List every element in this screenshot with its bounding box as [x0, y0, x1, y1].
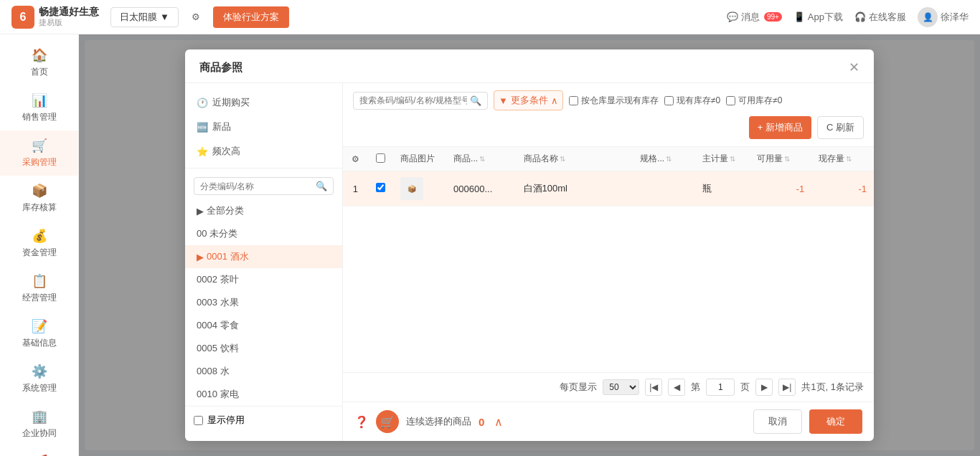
category-0003[interactable]: 0003 水果 [185, 291, 342, 314]
sidebar-item-enterprise[interactable]: 🏢 企业协同 [0, 402, 78, 447]
sidebar-item-guide[interactable]: 🚀 新手引导 [0, 447, 78, 456]
filter-label: 更多条件 [511, 94, 548, 107]
recent-purchase-item[interactable]: 🕐 近期购买 [185, 90, 342, 115]
sort-icon: ⇅ [479, 155, 485, 163]
category-0001[interactable]: ▶ 0001 酒水 [185, 245, 342, 268]
collapse-icon[interactable]: ∧ [494, 415, 503, 429]
search-icon: 🔍 [470, 95, 481, 106]
add-product-button[interactable]: + 新增商品 [749, 116, 811, 139]
first-page-button[interactable]: |◀ [645, 379, 662, 396]
table-row[interactable]: 1 📦 000600... 白酒100ml 瓶 [343, 171, 874, 206]
th-settings[interactable]: ⚙ [343, 147, 368, 171]
show-disabled-checkbox[interactable] [194, 416, 203, 425]
th-unit[interactable]: 主计量⇅ [695, 147, 750, 171]
category-00[interactable]: 00 未分类 [185, 222, 342, 245]
online-service-label: 在线客服 [869, 11, 906, 24]
cart-icon[interactable]: 🛒 [376, 410, 399, 433]
sidebar-item-finance[interactable]: 💰 资金管理 [0, 221, 78, 266]
recent-purchase-label: 近期购买 [212, 96, 250, 109]
operations-icon: 📋 [32, 273, 47, 289]
category-search-box[interactable]: 🔍 [194, 177, 334, 195]
per-page-select[interactable]: 10 20 50 100 [603, 379, 639, 395]
enterprise-icon: 🏢 [32, 409, 47, 424]
prev-page-button[interactable]: ◀ [668, 379, 685, 396]
th-code-label: 商品... [453, 153, 478, 165]
nav-selector[interactable]: 日太阳膜 ▼ [110, 7, 179, 27]
td-code: 000600... [446, 171, 517, 206]
product-search-input[interactable] [359, 95, 467, 105]
purchase-icon: 🛒 [32, 138, 47, 153]
product-search-box[interactable]: 🔍 [353, 92, 488, 110]
sort-icon: ⇅ [666, 155, 672, 163]
check-available-input[interactable] [664, 96, 674, 105]
new-product-item[interactable]: 🆕 新品 [185, 115, 342, 139]
category-0005[interactable]: 0005 饮料 [185, 337, 342, 360]
check-available-label[interactable]: 现有库存≠0 [664, 95, 720, 107]
th-available[interactable]: 可用量⇅ [750, 147, 812, 171]
check-usable-text: 可用库存≠0 [738, 95, 782, 107]
continuous-select-label: 连续选择的商品 [406, 415, 471, 428]
app-download-item[interactable]: 📱 App下载 [793, 11, 843, 24]
modal-close-button[interactable]: ✕ [849, 60, 859, 75]
chevron-down-icon: ▼ [160, 11, 169, 22]
sidebar-item-label: 基础信息 [22, 337, 57, 349]
sidebar-item-inventory[interactable]: 📦 库存核算 [0, 176, 78, 221]
sidebar-item-basicinfo[interactable]: 📝 基础信息 [0, 311, 78, 356]
divider [185, 168, 342, 168]
footer-buttons: 取消 确定 [753, 409, 862, 434]
modal-overlay: 商品参照 ✕ 🕐 近期购买 🆕 新品 [79, 34, 980, 456]
th-name[interactable]: 商品名称⇅ [517, 147, 633, 171]
frequent-item[interactable]: ⭐ 频次高 [185, 139, 342, 163]
category-0002[interactable]: 0002 茶叶 [185, 268, 342, 291]
table-header: ⚙ 商品图片 商品...⇅ [343, 147, 874, 171]
main-area: 商品参照 ✕ 🕐 近期购买 🆕 新品 [79, 34, 980, 456]
product-image: 📦 [400, 177, 423, 200]
th-stock[interactable]: 现存量⇅ [811, 147, 874, 171]
category-all[interactable]: ▶ 全部分类 [185, 199, 342, 222]
sales-icon: 📊 [32, 92, 47, 108]
next-page-button[interactable]: ▶ [755, 379, 773, 396]
new-icon: 🆕 [197, 122, 208, 133]
sidebar-item-system[interactable]: ⚙️ 系统管理 [0, 356, 78, 402]
category-0004[interactable]: 0004 零食 [185, 314, 342, 337]
logo-name: 畅捷通好生意 [39, 6, 99, 18]
check-usable-label[interactable]: 可用库存≠0 [726, 95, 782, 107]
category-0004-label: 0004 零食 [197, 320, 239, 331]
page-number-input[interactable] [706, 379, 735, 396]
user-item[interactable]: 👤 徐泽华 [918, 7, 969, 27]
sidebar-item-label: 采购管理 [22, 156, 57, 168]
category-search-input[interactable] [200, 181, 313, 191]
sidebar-item-sales[interactable]: 📊 销售管理 [0, 85, 78, 130]
show-disabled-label[interactable]: 显示停用 [207, 414, 245, 427]
category-0010[interactable]: 0010 家电 [185, 383, 342, 406]
gear-icon[interactable]: ⚙ [184, 6, 207, 29]
sidebar-item-purchase[interactable]: 🛒 采购管理 [0, 130, 78, 176]
last-page-button[interactable]: ▶| [778, 379, 796, 396]
cta-button[interactable]: 体验行业方案 [213, 6, 289, 28]
th-code[interactable]: 商品...⇅ [446, 147, 517, 171]
messages-item[interactable]: 💬 消息 99+ [727, 11, 782, 24]
category-0008[interactable]: 0008 水 [185, 360, 342, 383]
confirm-button[interactable]: 确定 [809, 409, 862, 434]
check-warehouse-label[interactable]: 按仓库显示现有库存 [569, 95, 659, 107]
refresh-button[interactable]: C 刷新 [817, 116, 864, 139]
table-body: 1 📦 000600... 白酒100ml 瓶 [343, 171, 874, 206]
help-icon[interactable]: ❓ [354, 415, 369, 429]
row-checkbox[interactable] [376, 183, 385, 192]
check-usable-input[interactable] [726, 96, 735, 105]
online-service-item[interactable]: 🎧 在线客服 [854, 11, 906, 24]
th-check[interactable] [368, 147, 394, 171]
system-icon: ⚙️ [32, 364, 47, 379]
select-all-checkbox[interactable] [376, 153, 385, 163]
check-warehouse-input[interactable] [569, 96, 578, 105]
filter-icon: ▼ [499, 95, 508, 106]
filter-button[interactable]: ▼ 更多条件 ∧ [494, 90, 563, 110]
sidebar-item-operations[interactable]: 📋 经营管理 [0, 266, 78, 311]
sidebar-item-home[interactable]: 🏠 首页 [0, 40, 78, 85]
td-check[interactable] [368, 171, 394, 206]
finance-icon: 💰 [32, 228, 47, 244]
cancel-button[interactable]: 取消 [753, 409, 802, 434]
th-spec[interactable]: 规格...⇅ [633, 147, 695, 171]
td-unit: 瓶 [695, 171, 750, 206]
th-name-label: 商品名称 [524, 153, 558, 165]
